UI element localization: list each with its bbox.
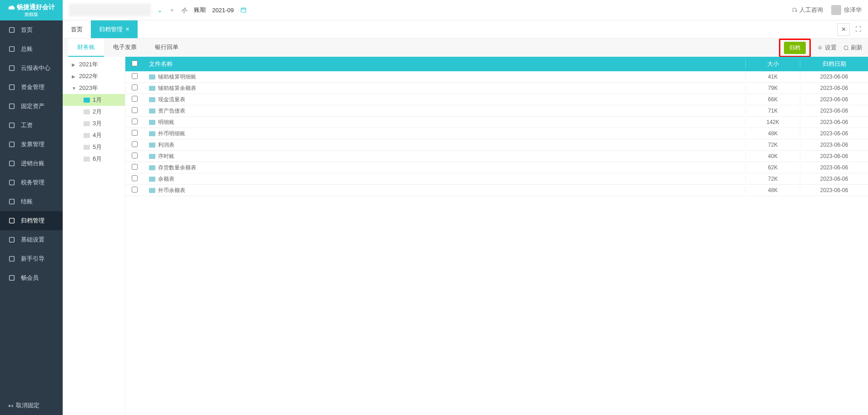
tree-month-2-4[interactable]: 5月 bbox=[63, 141, 125, 153]
calendar-icon[interactable] bbox=[240, 7, 247, 13]
table-row[interactable]: 外币明细账48K2023-06-06 bbox=[125, 128, 868, 139]
close-icon[interactable]: ✕ bbox=[837, 23, 850, 36]
sidebar-unpin[interactable]: ↤ 取消固定 bbox=[0, 396, 63, 415]
sidebar-item-5[interactable]: 工资 bbox=[0, 116, 63, 135]
file-name: 辅助核算余额表 bbox=[158, 85, 196, 91]
tree-month-2-5[interactable]: 6月 bbox=[63, 153, 125, 165]
refresh-link[interactable]: 刷新 bbox=[843, 44, 863, 52]
folder-icon bbox=[84, 157, 90, 162]
row-checkbox[interactable] bbox=[132, 73, 138, 79]
archive-icon bbox=[8, 217, 15, 224]
table-row[interactable]: 利润表72K2023-06-06 bbox=[125, 139, 868, 151]
settings-link[interactable]: 设置 bbox=[817, 44, 837, 52]
archive-button[interactable]: 归档 bbox=[784, 42, 806, 54]
table-row[interactable]: 序时账40K2023-06-06 bbox=[125, 151, 868, 162]
tab-0[interactable]: 首页 bbox=[63, 20, 91, 38]
table-row[interactable]: 现金流量表66K2023-06-06 bbox=[125, 94, 868, 105]
row-checkbox[interactable] bbox=[132, 96, 138, 102]
sidebar-item-4[interactable]: 固定资产 bbox=[0, 97, 63, 116]
select-all-checkbox[interactable] bbox=[132, 60, 138, 66]
sidebar-item-9[interactable]: 结账 bbox=[0, 192, 63, 211]
row-checkbox[interactable] bbox=[132, 187, 138, 193]
period-value[interactable]: 2021-09 bbox=[212, 7, 234, 14]
content-area: 财务账电子发票银行回单 归档 设置 bbox=[63, 39, 868, 415]
headset-icon bbox=[791, 7, 798, 13]
file-size: 40K bbox=[745, 153, 800, 159]
table-row[interactable]: 辅助核算明细账41K2023-06-06 bbox=[125, 71, 868, 83]
close-book-icon bbox=[8, 198, 15, 205]
sidebar-item-11[interactable]: 基础设置 bbox=[0, 230, 63, 249]
tab-1[interactable]: 归档管理✕ bbox=[91, 20, 138, 38]
table-row[interactable]: 明细账142K2023-06-06 bbox=[125, 117, 868, 128]
tree-month-2-1[interactable]: 2月 bbox=[63, 106, 125, 118]
sidebar-item-1[interactable]: 总账 bbox=[0, 40, 63, 59]
sidebar-item-label: 归档管理 bbox=[21, 217, 45, 225]
subtab-0[interactable]: 财务账 bbox=[68, 39, 104, 57]
table-row[interactable]: 资产负债表71K2023-06-06 bbox=[125, 105, 868, 117]
row-checkbox[interactable] bbox=[132, 141, 138, 147]
svg-rect-8 bbox=[10, 180, 15, 185]
sidebar-item-0[interactable]: 首页 bbox=[0, 20, 63, 40]
sidebar-item-7[interactable]: 进销台账 bbox=[0, 154, 63, 173]
user-menu[interactable]: 徐泽华 bbox=[831, 5, 862, 15]
svg-rect-9 bbox=[10, 199, 15, 204]
tree-month-2-3[interactable]: 4月 bbox=[63, 129, 125, 141]
folder-icon bbox=[84, 133, 90, 138]
svg-rect-7 bbox=[10, 161, 15, 166]
svg-rect-0 bbox=[10, 28, 15, 33]
tree-month-2-2[interactable]: 3月 bbox=[63, 118, 125, 129]
settings-icon bbox=[8, 236, 15, 243]
table-row[interactable]: 余额表72K2023-06-06 bbox=[125, 173, 868, 185]
table-row[interactable]: 存货数量余额表62K2023-06-06 bbox=[125, 162, 868, 173]
row-checkbox[interactable] bbox=[132, 119, 138, 124]
svg-rect-4 bbox=[10, 104, 15, 109]
gear-icon[interactable] bbox=[181, 7, 188, 13]
tree-month-label: 5月 bbox=[93, 143, 102, 151]
folder-icon bbox=[84, 109, 90, 114]
sidebar-item-12[interactable]: 新手引导 bbox=[0, 249, 63, 268]
file-date: 2023-06-06 bbox=[800, 164, 868, 171]
tree-year-2[interactable]: ▼2023年 bbox=[63, 82, 125, 94]
row-checkbox[interactable] bbox=[132, 153, 138, 158]
table-row[interactable]: 外币余额表48K2023-06-06 bbox=[125, 185, 868, 196]
row-checkbox[interactable] bbox=[132, 107, 138, 113]
file-date: 2023-06-06 bbox=[800, 119, 868, 125]
file-icon bbox=[149, 188, 155, 193]
subtab-1[interactable]: 电子发票 bbox=[104, 39, 146, 57]
add-icon[interactable]: ＋ bbox=[169, 6, 175, 14]
chevron-down-icon[interactable]: ⌄ bbox=[157, 6, 163, 14]
sidebar-item-8[interactable]: 税务管理 bbox=[0, 173, 63, 192]
sidebar: 畅捷通好会计 旗舰版 首页总账云报表中心资金管理固定资产工资发票管理进销台账税务… bbox=[0, 0, 63, 415]
tree-year-1[interactable]: ▶2022年 bbox=[63, 70, 125, 82]
sidebar-item-13[interactable]: 畅会员 bbox=[0, 268, 63, 287]
row-checkbox[interactable] bbox=[132, 175, 138, 181]
tree-year-0[interactable]: ▶2021年 bbox=[63, 59, 125, 70]
file-size: 48K bbox=[745, 130, 800, 137]
fullscreen-icon[interactable]: ⛶ bbox=[852, 23, 864, 36]
caret-down-icon: ▼ bbox=[72, 86, 76, 91]
avatar-icon bbox=[831, 5, 841, 15]
folder-icon bbox=[84, 121, 90, 126]
sidebar-item-3[interactable]: 资金管理 bbox=[0, 78, 63, 97]
file-size: 142K bbox=[745, 119, 800, 125]
vip-icon bbox=[8, 274, 15, 282]
sidebar-item-10[interactable]: 归档管理 bbox=[0, 211, 63, 230]
org-selector[interactable] bbox=[69, 4, 151, 16]
row-checkbox[interactable] bbox=[132, 84, 138, 90]
sidebar-item-2[interactable]: 云报表中心 bbox=[0, 59, 63, 78]
tab-label: 首页 bbox=[71, 25, 83, 34]
row-checkbox[interactable] bbox=[132, 130, 138, 136]
tree-year-label: 2023年 bbox=[79, 84, 98, 92]
sidebar-item-6[interactable]: 发票管理 bbox=[0, 135, 63, 154]
support-link[interactable]: 人工咨询 bbox=[791, 6, 823, 14]
svg-rect-1 bbox=[10, 47, 15, 52]
sidebar-item-label: 云报表中心 bbox=[21, 64, 50, 72]
row-checkbox[interactable] bbox=[132, 164, 138, 170]
sidebar-item-label: 首页 bbox=[21, 26, 33, 34]
tree-year-label: 2022年 bbox=[79, 72, 98, 80]
tab-close-icon[interactable]: ✕ bbox=[125, 26, 129, 32]
table-row[interactable]: 辅助核算余额表79K2023-06-06 bbox=[125, 83, 868, 94]
subtab-2[interactable]: 银行回单 bbox=[146, 39, 188, 57]
tree-month-2-0[interactable]: 1月 bbox=[63, 94, 125, 106]
file-name: 辅助核算明细账 bbox=[158, 74, 196, 80]
